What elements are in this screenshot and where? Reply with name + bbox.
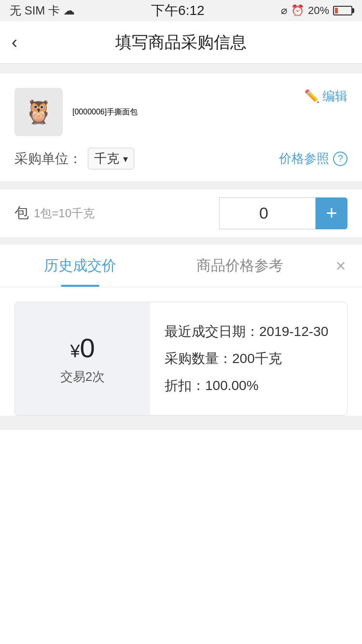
tab-price-reference-label: 商品价格参考 bbox=[196, 256, 283, 276]
alarm-icon: ⏰ bbox=[291, 4, 304, 17]
nav-bar: ‹ 填写商品采购信息 bbox=[0, 21, 362, 64]
product-unit-row: 采购单位： 千克 ▾ 价格参照 ? bbox=[14, 148, 348, 169]
status-time: 下午6:12 bbox=[151, 1, 205, 20]
product-thumbnail: 🦉 bbox=[14, 88, 63, 136]
tab-price-reference[interactable]: 商品价格参考 bbox=[160, 245, 320, 287]
currency-symbol: ¥ bbox=[70, 341, 80, 361]
tabs-header: 历史成交价 商品价格参考 × bbox=[0, 245, 362, 287]
history-card-left: ¥0 交易2次 bbox=[15, 302, 150, 415]
product-left: 🦉 [0000006]手撕面包 bbox=[14, 88, 138, 136]
price-ref-label: 价格参照 bbox=[279, 150, 329, 167]
unit-value: 千克 bbox=[94, 150, 119, 167]
unit-label-group: 包 1包=10千克 bbox=[14, 203, 121, 223]
detail-discount: 折扣：100.00% bbox=[165, 376, 333, 396]
edit-icon: ✏️ bbox=[304, 89, 320, 104]
navigation-icon: ⌀ bbox=[281, 4, 287, 17]
price-reference-button[interactable]: 价格参照 ? bbox=[279, 150, 348, 167]
tabs-container: 历史成交价 商品价格参考 × ¥0 交易2次 最近成交日期：2019-12-30… bbox=[0, 245, 362, 416]
edit-label: 编辑 bbox=[322, 88, 348, 105]
battery-percent: 20% bbox=[308, 4, 329, 17]
history-card-right: 最近成交日期：2019-12-30 采购数量：200千克 折扣：100.00% bbox=[150, 302, 347, 415]
tabs-close-button[interactable]: × bbox=[320, 245, 362, 287]
product-code: [0000006] bbox=[72, 108, 107, 116]
price-value: 0 bbox=[80, 333, 95, 363]
history-card: ¥0 交易2次 最近成交日期：2019-12-30 采购数量：200千克 折扣：… bbox=[14, 302, 348, 416]
page-title: 填写商品采购信息 bbox=[115, 31, 247, 54]
sim-status: 无 SIM 卡 ☁ bbox=[10, 3, 75, 18]
quantity-input-group: + bbox=[219, 197, 348, 229]
tab-history-price[interactable]: 历史成交价 bbox=[0, 245, 160, 287]
product-title: 手撕面包 bbox=[107, 108, 138, 116]
product-image-icon: 🦉 bbox=[24, 98, 53, 126]
quantity-section: 包 1包=10千克 + bbox=[0, 189, 362, 237]
detail-date: 最近成交日期：2019-12-30 bbox=[165, 322, 333, 342]
chevron-down-icon: ▾ bbox=[123, 153, 128, 165]
bottom-area bbox=[0, 430, 362, 644]
unit-conversion: 1包=10千克 bbox=[34, 206, 95, 221]
product-header: 🦉 [0000006]手撕面包 ✏️ 编辑 bbox=[14, 88, 348, 136]
status-left: 无 SIM 卡 ☁ bbox=[10, 3, 75, 18]
history-price: ¥0 bbox=[70, 332, 95, 364]
tab-history-price-label: 历史成交价 bbox=[44, 256, 116, 276]
status-bar: 无 SIM 卡 ☁ 下午6:12 ⌀ ⏰ 20% bbox=[0, 0, 362, 21]
unit-icon: 包 bbox=[14, 203, 29, 223]
edit-button[interactable]: ✏️ 编辑 bbox=[304, 88, 348, 105]
detail-qty: 采购数量：200千克 bbox=[165, 349, 333, 369]
product-name: [0000006]手撕面包 bbox=[72, 107, 138, 117]
help-icon: ? bbox=[333, 152, 348, 166]
unit-left: 采购单位： 千克 ▾ bbox=[14, 148, 134, 169]
quantity-input[interactable] bbox=[219, 197, 316, 229]
battery-icon bbox=[333, 6, 352, 15]
quantity-plus-button[interactable]: + bbox=[316, 197, 348, 229]
status-right: ⌀ ⏰ 20% bbox=[281, 4, 352, 17]
unit-dropdown[interactable]: 千克 ▾ bbox=[88, 148, 134, 169]
back-button[interactable]: ‹ bbox=[12, 32, 17, 53]
product-card: 🦉 [0000006]手撕面包 ✏️ 编辑 采购单位： 千克 ▾ 价格参照 ? bbox=[0, 73, 362, 181]
unit-label: 采购单位： bbox=[14, 150, 82, 168]
trade-count: 交易2次 bbox=[60, 368, 105, 385]
